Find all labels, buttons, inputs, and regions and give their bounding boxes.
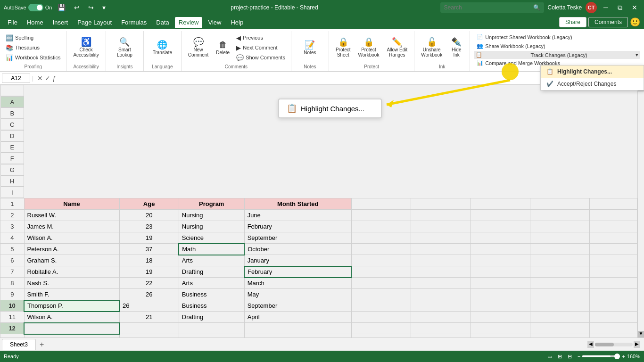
cell-G11[interactable] [471, 312, 530, 323]
col-header-B[interactable]: B [0, 107, 25, 119]
cell-B10[interactable]: 26 [119, 300, 179, 312]
cell-I9[interactable] [589, 289, 637, 300]
h-scrollbar-track[interactable] [595, 343, 633, 346]
cell-B3[interactable]: 23 [119, 221, 179, 232]
translate-button[interactable]: 🌐 Translate [150, 39, 175, 57]
cell-B1[interactable]: Age [119, 198, 179, 210]
cell-F4[interactable] [411, 232, 471, 244]
menu-data[interactable]: Data [152, 17, 173, 28]
search-input[interactable] [440, 2, 544, 13]
redo-button[interactable]: ↪ [85, 3, 97, 12]
cell-A9[interactable]: Smith F. [24, 289, 119, 300]
menu-help[interactable]: Help [227, 17, 247, 28]
cell-A5[interactable]: Peterson A. [24, 244, 119, 255]
cell-D7[interactable]: February [244, 266, 351, 278]
cell-G8[interactable] [471, 278, 530, 289]
cell-I12[interactable] [589, 323, 637, 334]
cell-F12[interactable] [411, 323, 471, 334]
protect-workbook-button[interactable]: 🔒 ProtectWorkbook [355, 36, 382, 59]
cell-E10[interactable] [351, 300, 411, 312]
cell-I10[interactable] [589, 300, 637, 312]
delete-comment-button[interactable]: 🗑 Delete [213, 39, 232, 57]
autosave-toggle-btn[interactable] [28, 4, 43, 11]
menu-page-layout[interactable]: Page Layout [74, 17, 116, 28]
restore-button[interactable]: ⧉ [615, 3, 625, 13]
vertical-scrollbar[interactable]: ▲ ▼ [637, 85, 644, 337]
comments-button[interactable]: Comments [588, 17, 628, 27]
zoom-slider-thumb[interactable] [614, 354, 620, 359]
cell-E13[interactable] [351, 334, 411, 338]
undo-button[interactable]: ↩ [71, 3, 83, 12]
col-header-A[interactable]: A [0, 96, 25, 107]
cell-E4[interactable] [351, 232, 411, 244]
cell-G9[interactable] [471, 289, 530, 300]
cell-D3[interactable]: February [244, 221, 351, 232]
col-header-G[interactable]: G [0, 164, 25, 175]
cell-B2[interactable]: 20 [119, 210, 179, 221]
cell-E11[interactable] [351, 312, 411, 323]
col-header-C[interactable]: C [0, 119, 25, 130]
cell-C12[interactable] [179, 323, 244, 334]
cell-E1[interactable] [351, 198, 411, 210]
cell-F3[interactable] [411, 221, 471, 232]
cell-F7[interactable] [411, 266, 471, 278]
cell-G2[interactable] [471, 210, 530, 221]
cell-F13[interactable] [411, 334, 471, 338]
highlight-changes-callout[interactable]: 📋 Highlight Changes... [278, 99, 382, 118]
cell-B13[interactable] [119, 334, 179, 338]
cell-H7[interactable] [530, 266, 589, 278]
next-comment-button[interactable]: ▶ Next Comment [234, 43, 287, 52]
cell-G5[interactable] [471, 244, 530, 255]
cell-D11[interactable]: April [244, 312, 351, 323]
save-button[interactable]: 💾 [55, 3, 68, 12]
cell-D4[interactable]: September [244, 232, 351, 244]
h-scrollbar-thumb[interactable] [595, 343, 614, 346]
cell-H1[interactable] [530, 198, 589, 210]
cell-D6[interactable]: January [244, 255, 351, 266]
cell-I11[interactable] [589, 312, 637, 323]
scroll-left-btn[interactable]: ◀ [587, 341, 594, 348]
cell-E2[interactable] [351, 210, 411, 221]
cell-I3[interactable] [589, 221, 637, 232]
cell-E8[interactable] [351, 278, 411, 289]
track-changes-button[interactable]: 📋 Track Changes (Legacy) ▾ [474, 51, 640, 59]
previous-comment-button[interactable]: ◀ Previous [234, 33, 287, 42]
view-pagebreak-icon[interactable]: ⊞ [558, 354, 562, 360]
cell-H13[interactable] [530, 334, 589, 338]
cell-H10[interactable] [530, 300, 589, 312]
cell-F11[interactable] [411, 312, 471, 323]
confirm-formula-icon[interactable]: ✓ [45, 74, 50, 82]
cell-B7[interactable]: 19 [119, 266, 179, 278]
cell-I5[interactable] [589, 244, 637, 255]
cell-C6[interactable]: Arts [179, 255, 244, 266]
cell-D10[interactable]: September [244, 300, 351, 312]
cell-I2[interactable] [589, 210, 637, 221]
cell-A4[interactable]: Wilson A. [24, 232, 119, 244]
cell-C5[interactable]: Math [179, 244, 244, 255]
cell-I7[interactable] [589, 266, 637, 278]
autosave-toggle[interactable]: AutoSave On [4, 4, 52, 11]
cell-F6[interactable] [411, 255, 471, 266]
cell-C2[interactable]: Nursing [179, 210, 244, 221]
cell-H2[interactable] [530, 210, 589, 221]
cell-F5[interactable] [411, 244, 471, 255]
cell-A2[interactable]: Russell W. [24, 210, 119, 221]
cell-A6[interactable]: Graham S. [24, 255, 119, 266]
view-pagelayout-icon[interactable]: ⊟ [568, 354, 572, 360]
cell-A11[interactable]: Wilson A. [24, 312, 119, 323]
allow-edit-button[interactable]: ✏️ Allow EditRanges [384, 36, 410, 59]
menu-view[interactable]: View [204, 17, 225, 28]
cell-G7[interactable] [471, 266, 530, 278]
cell-I13[interactable] [589, 334, 637, 338]
close-button[interactable]: ✕ [629, 3, 640, 12]
cell-H9[interactable] [530, 289, 589, 300]
highlight-changes-menu-item[interactable]: 📋 Highlight Changes... [541, 66, 644, 72]
protect-sheet-button[interactable]: 🔒 ProtectSheet [333, 36, 354, 59]
cell-D8[interactable]: March [244, 278, 351, 289]
cell-B5[interactable]: 37 [119, 244, 179, 255]
cell-E5[interactable] [351, 244, 411, 255]
cell-F8[interactable] [411, 278, 471, 289]
col-header-I[interactable]: I [0, 187, 25, 198]
cell-H12[interactable] [530, 323, 589, 334]
menu-file[interactable]: File [4, 17, 21, 28]
